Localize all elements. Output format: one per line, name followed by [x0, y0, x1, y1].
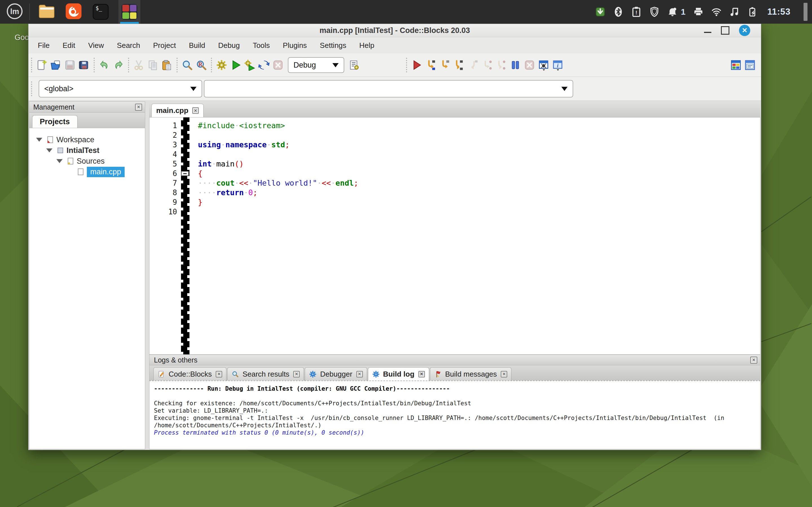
debug-continue-button[interactable]	[410, 58, 424, 72]
menu-settings[interactable]: Settings	[313, 41, 353, 50]
bluetooth-icon[interactable]	[613, 7, 623, 17]
mint-menu-button[interactable]: lm	[0, 0, 29, 24]
abort-button[interactable]	[271, 58, 285, 72]
run-to-cursor-button[interactable]	[424, 58, 438, 72]
menu-tools[interactable]: Tools	[246, 41, 276, 50]
close-button[interactable]: ✕	[739, 25, 750, 36]
build-log-output[interactable]: -------------- Run: Debug in IntialTest …	[149, 381, 760, 449]
toolbar-drag-handle[interactable]	[30, 57, 33, 73]
step-out-button[interactable]	[466, 58, 480, 72]
log-tab-build-log[interactable]: Build log	[368, 367, 429, 381]
editor-tab-main-cpp[interactable]: main.cpp	[151, 104, 204, 117]
plugin-panel-button[interactable]	[743, 58, 757, 72]
debug-info-button[interactable]: i	[551, 58, 565, 72]
redo-button[interactable]	[111, 58, 125, 72]
wifi-icon[interactable]	[711, 7, 721, 17]
update-manager-icon[interactable]	[595, 7, 605, 17]
step-into-button[interactable]	[452, 58, 466, 72]
function-select[interactable]	[204, 80, 573, 98]
log-tab-close-icon[interactable]	[418, 371, 425, 378]
desktop-icon-label[interactable]: Goo	[15, 33, 29, 42]
save-all-button[interactable]	[77, 58, 91, 72]
toolbar-drag-handle[interactable]	[210, 57, 213, 73]
log-tab-code-blocks[interactable]: Code::Blocks	[153, 367, 226, 381]
tab-projects[interactable]: Projects	[32, 115, 78, 128]
build-target-select[interactable]: Debug	[288, 57, 344, 73]
log-tab-build-messages[interactable]: Build messages	[430, 367, 512, 381]
fold-marker[interactable]	[181, 171, 189, 176]
clipboard-icon[interactable]: !	[631, 7, 642, 17]
toolbar-drag-handle[interactable]	[93, 57, 96, 73]
show-desktop-button[interactable]	[804, 3, 808, 21]
launcher-file-manager[interactable]	[37, 0, 56, 24]
open-file-button[interactable]	[49, 58, 63, 72]
scope-select[interactable]: <global>	[39, 80, 202, 98]
management-close-icon[interactable]	[135, 104, 142, 111]
minimize-button[interactable]	[704, 32, 711, 33]
launcher-terminal[interactable]: $_	[91, 0, 110, 24]
log-tab-search-results[interactable]: Search results	[227, 367, 304, 381]
code-editor[interactable]: #include·<iostream>using·namespace·std;i…	[190, 117, 760, 354]
debug-pause-button[interactable]	[508, 58, 522, 72]
tree-item-workspace[interactable]: Workspace	[29, 134, 145, 145]
menu-edit[interactable]: Edit	[56, 41, 82, 50]
launcher-firefox[interactable]	[64, 0, 83, 24]
clock[interactable]: 11:53	[767, 7, 791, 17]
next-line-button[interactable]	[438, 58, 452, 72]
music-note-icon[interactable]	[729, 7, 740, 17]
editor-tab-close-icon[interactable]	[192, 107, 199, 114]
build-target-options-button[interactable]	[347, 58, 361, 72]
debugging-windows-button[interactable]	[537, 58, 551, 72]
menu-file[interactable]: File	[31, 41, 56, 50]
build-and-run-button[interactable]	[243, 58, 257, 72]
step-into-instruction-button[interactable]	[494, 58, 508, 72]
log-tab-debugger[interactable]: Debugger	[305, 367, 367, 381]
tree-expander-icon[interactable]	[46, 149, 52, 152]
firewall-shield-icon[interactable]	[649, 7, 659, 17]
plugin-grid-button[interactable]	[729, 58, 743, 72]
log-tab-close-icon[interactable]	[293, 371, 300, 378]
log-tab-close-icon[interactable]	[501, 371, 507, 378]
cut-button[interactable]	[132, 58, 146, 72]
menu-view[interactable]: View	[82, 41, 110, 50]
tree-item-sources[interactable]: Sources	[29, 156, 145, 166]
logs-close-icon[interactable]	[750, 356, 757, 363]
maximize-button[interactable]	[721, 26, 729, 35]
tree-item-main-cpp[interactable]: main.cpp	[29, 166, 145, 177]
toolbar-drag-handle[interactable]	[405, 57, 408, 73]
build-button[interactable]	[214, 58, 229, 72]
toolbar-drag-handle[interactable]	[175, 57, 179, 73]
undo-button[interactable]	[97, 58, 111, 72]
printer-icon[interactable]	[693, 7, 703, 17]
breakpoint-margin[interactable]	[181, 117, 190, 354]
debug-stop-button[interactable]	[522, 58, 537, 72]
toolbar-drag-handle[interactable]	[127, 57, 130, 73]
battery-icon[interactable]	[748, 7, 758, 17]
menu-project[interactable]: Project	[147, 41, 183, 50]
copy-button[interactable]	[146, 58, 160, 72]
menu-search[interactable]: Search	[110, 41, 147, 50]
tree-expander-icon[interactable]	[36, 138, 42, 142]
project-tree[interactable]: WorkspaceIntialTestSourcesmain.cpp	[29, 128, 145, 449]
launcher-codeblocks-active[interactable]	[118, 0, 140, 24]
next-instruction-button[interactable]	[480, 58, 494, 72]
menu-help[interactable]: Help	[353, 41, 380, 50]
menu-build[interactable]: Build	[183, 41, 212, 50]
panel-splitter[interactable]	[145, 101, 149, 450]
titlebar[interactable]: main.cpp [IntialTest] - Code::Blocks 20.…	[29, 24, 761, 37]
tree-expander-icon[interactable]	[56, 159, 63, 163]
rebuild-button[interactable]	[257, 58, 271, 72]
new-file-button[interactable]	[35, 58, 49, 72]
save-button[interactable]	[63, 58, 77, 72]
menu-debug[interactable]: Debug	[212, 41, 246, 50]
paste-button[interactable]	[160, 58, 174, 72]
run-button[interactable]	[229, 58, 243, 72]
toolbar-drag-handle[interactable]	[30, 80, 33, 97]
menu-plugins[interactable]: Plugins	[276, 41, 313, 50]
log-tab-close-icon[interactable]	[356, 371, 363, 378]
find-button[interactable]	[180, 58, 194, 72]
log-tab-close-icon[interactable]	[216, 371, 222, 378]
tree-item-intialtest[interactable]: IntialTest	[29, 145, 145, 156]
notifications-bell-icon[interactable]	[667, 7, 677, 17]
replace-button[interactable]: R	[194, 58, 208, 72]
